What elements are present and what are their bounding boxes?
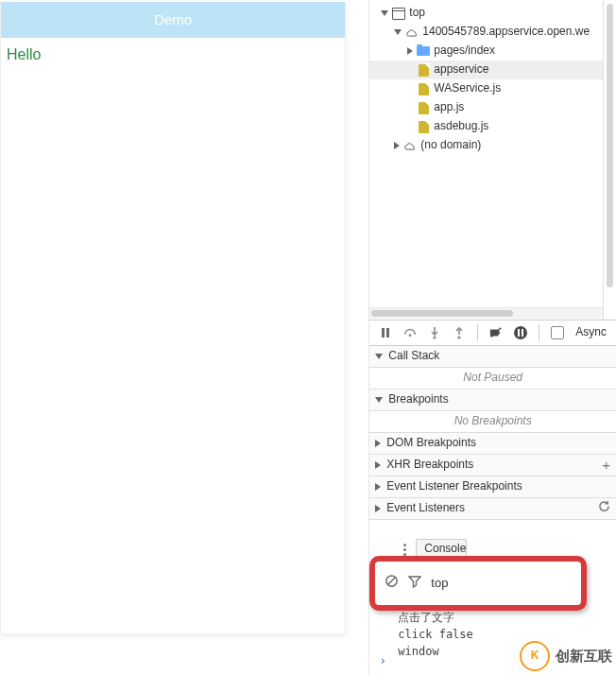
tree-node-file-selected[interactable]: appservice: [369, 61, 616, 79]
chevron-right-icon: [375, 483, 381, 491]
no-breakpoints-text: No Breakpoints: [454, 414, 532, 429]
breakpoints-header[interactable]: Breakpoints: [369, 389, 616, 411]
chevron-right-icon: [375, 505, 381, 512]
tree-label: pages/index: [434, 43, 495, 59]
horizontal-scrollbar[interactable]: [369, 307, 603, 319]
drawer-tabbar: Console: [403, 539, 616, 558]
chevron-down-icon: [381, 10, 388, 16]
tree-label: appservice: [434, 62, 488, 78]
kebab-menu-icon[interactable]: [403, 544, 406, 556]
step-into-button[interactable]: [428, 326, 441, 339]
separator: [539, 324, 539, 341]
tree-label: 1400545789.appservice.open.we: [422, 25, 590, 40]
svg-point-2: [409, 334, 412, 337]
chevron-right-icon: [375, 461, 381, 469]
tree-node-file[interactable]: asdebug.js: [369, 117, 616, 136]
file-icon: [417, 101, 430, 114]
async-checkbox[interactable]: [551, 326, 564, 339]
svg-rect-1: [386, 328, 389, 338]
section-label: Event Listeners: [386, 501, 465, 516]
breakpoints-body: No Breakpoints: [369, 411, 616, 433]
tree-node-nodomain[interactable]: (no domain): [369, 136, 616, 155]
event-listeners-header[interactable]: Event Listeners: [369, 498, 616, 520]
chevron-right-icon: [375, 440, 381, 447]
file-icon: [417, 120, 430, 133]
watermark-logo: K: [520, 641, 550, 671]
svg-point-3: [434, 336, 436, 338]
window-icon: [392, 7, 405, 20]
simulator-title: Demo: [154, 10, 192, 29]
pause-button[interactable]: [379, 326, 392, 339]
tree-node-top[interactable]: top: [369, 4, 616, 23]
step-out-button[interactable]: [453, 326, 466, 339]
tree-label: WAService.js: [434, 81, 501, 96]
chevron-right-icon: [407, 47, 413, 55]
event-listener-breakpoints-header[interactable]: Event Listener Breakpoints: [369, 476, 616, 498]
tree-label: app.js: [434, 100, 464, 115]
console-panel: Console top 点击了文字 click false window: [369, 520, 616, 675]
not-paused-text: Not Paused: [463, 371, 522, 386]
tree-node-domain[interactable]: 1400545789.appservice.open.we: [369, 23, 616, 42]
tab-console[interactable]: Console: [416, 539, 467, 558]
tree-node-file[interactable]: WAService.js: [369, 79, 616, 98]
section-label: XHR Breakpoints: [386, 458, 473, 473]
section-label: Call Stack: [388, 349, 439, 364]
vertical-scrollbar[interactable]: [603, 0, 616, 320]
add-xhr-breakpoint-button[interactable]: +: [602, 456, 610, 475]
section-label: Breakpoints: [388, 392, 448, 407]
devtools: top 1400545789.appservice.open.we pages/…: [368, 0, 616, 675]
callstack-body: Not Paused: [369, 368, 616, 389]
simulator-body[interactable]: Hello: [1, 38, 345, 633]
tree-node-file[interactable]: app.js: [369, 98, 616, 117]
deactivate-breakpoints-button[interactable]: [489, 326, 503, 339]
watermark: K 创新互联: [520, 641, 612, 671]
highlight-box: top: [369, 556, 587, 611]
hello-text[interactable]: Hello: [7, 46, 41, 62]
svg-rect-6: [518, 329, 520, 337]
file-icon: [417, 63, 430, 77]
section-label: Event Listener Breakpoints: [386, 479, 522, 494]
file-icon: [417, 82, 430, 95]
debugger-toolbar: Async: [369, 320, 616, 346]
step-over-button[interactable]: [403, 326, 417, 339]
svg-rect-0: [382, 328, 385, 338]
svg-line-9: [388, 578, 396, 585]
watermark-text: 创新互联: [556, 647, 612, 666]
folder-icon: [417, 44, 430, 58]
separator: [477, 324, 478, 341]
svg-point-4: [458, 336, 461, 338]
dom-breakpoints-header[interactable]: DOM Breakpoints: [369, 433, 616, 455]
simulator-header: Demo: [1, 2, 345, 38]
cloud-icon: [405, 26, 419, 39]
tree-label: asdebug.js: [434, 119, 488, 134]
chevron-right-icon: [394, 142, 400, 149]
cloud-icon: [403, 139, 417, 152]
simulator: Demo Hello: [0, 2, 346, 633]
filter-icon[interactable]: [408, 575, 421, 593]
console-prompt[interactable]: ›: [379, 653, 386, 669]
chevron-down-icon: [375, 397, 383, 403]
context-selector[interactable]: top: [431, 576, 448, 592]
async-label: Async: [575, 325, 607, 340]
chevron-down-icon: [394, 29, 402, 35]
tree-label: top: [409, 6, 425, 21]
tree-label: (no domain): [420, 138, 481, 153]
sources-file-tree: top 1400545789.appservice.open.we pages/…: [369, 0, 616, 320]
console-log-line: 点击了文字: [398, 611, 612, 628]
debugger-panels: Call Stack Not Paused Breakpoints No Bre…: [369, 346, 616, 520]
callstack-header[interactable]: Call Stack: [369, 346, 616, 368]
section-label: DOM Breakpoints: [386, 436, 476, 451]
chevron-down-icon: [375, 354, 383, 359]
svg-rect-7: [522, 329, 523, 337]
pause-on-exceptions-button[interactable]: [514, 326, 527, 339]
refresh-icon[interactable]: [598, 500, 610, 517]
clear-console-button[interactable]: [385, 574, 399, 593]
xhr-breakpoints-header[interactable]: XHR Breakpoints +: [369, 455, 616, 476]
tree-node-folder[interactable]: pages/index: [369, 42, 616, 61]
